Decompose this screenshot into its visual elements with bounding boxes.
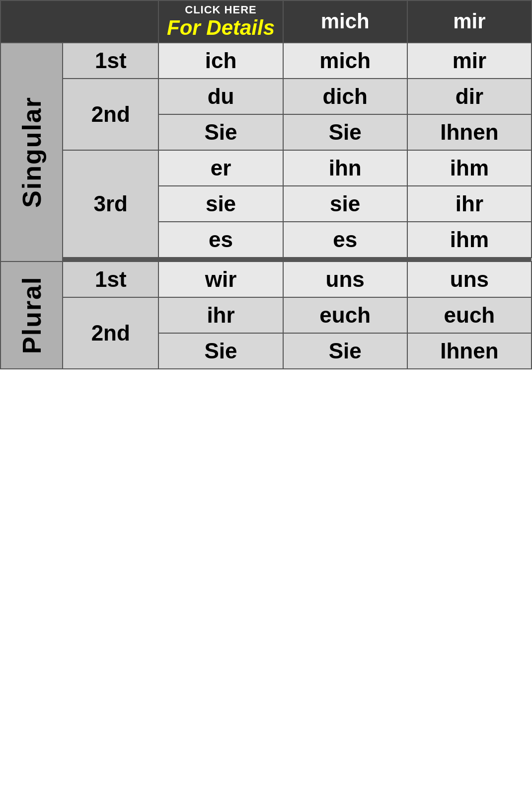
acc-Sie-plural-formal: Sie [283, 333, 407, 369]
for-details-text: For Details [161, 16, 280, 39]
person-1st: 1st [63, 43, 158, 79]
nom-ihr-plural: ihr [158, 297, 283, 333]
acc-mich: mich [283, 43, 407, 79]
acc-sie-3rd: sie [283, 186, 407, 222]
person-3rd: 3rd [63, 150, 158, 258]
divider-row [0, 258, 532, 262]
dat-euch: euch [407, 297, 532, 333]
person-2nd: 2nd [63, 79, 158, 150]
dat-uns: uns [407, 262, 532, 297]
header-row: CLICK HERE For Details mich mir [0, 0, 532, 43]
nom-wir: wir [158, 262, 283, 297]
acc-es: es [283, 222, 407, 258]
dat-mir: mir [407, 43, 532, 79]
dat-ihm-er: ihm [407, 150, 532, 186]
click-here-text: CLICK HERE [161, 3, 280, 16]
dat-Ihnen-plural: Ihnen [407, 333, 532, 369]
dat-ihm-es: ihm [407, 222, 532, 258]
acc-dich: dich [283, 79, 407, 114]
click-here-cell[interactable]: CLICK HERE For Details [158, 0, 283, 43]
nom-es: es [158, 222, 283, 258]
pronouns-table: CLICK HERE For Details mich mir Singular… [0, 0, 532, 369]
singular-3rd-er-row: 3rd er ihn ihm [0, 150, 532, 186]
acc-Sie-formal: Sie [283, 114, 407, 150]
nom-er: er [158, 150, 283, 186]
header-empty [0, 0, 158, 43]
singular-2nd-du-row: 2nd du dich dir [0, 79, 532, 114]
nom-Sie-plural-formal: Sie [158, 333, 283, 369]
nom-Sie-formal: Sie [158, 114, 283, 150]
acc-uns: uns [283, 262, 407, 297]
plural-person-2nd: 2nd [63, 297, 158, 369]
dat-dir: dir [407, 79, 532, 114]
header-mir: mir [407, 0, 532, 43]
plural-1st-row: Plural 1st wir uns uns [0, 262, 532, 297]
singular-label: Singular [0, 43, 63, 262]
dat-ihr-3rd: ihr [407, 186, 532, 222]
plural-2nd-ihr-row: 2nd ihr euch euch [0, 297, 532, 333]
nom-du: du [158, 79, 283, 114]
acc-ihn: ihn [283, 150, 407, 186]
singular-1st-row: Singular 1st ich mich mir [0, 43, 532, 79]
header-mich: mich [283, 0, 407, 43]
plural-label: Plural [0, 262, 63, 369]
nom-ich: ich [158, 43, 283, 79]
acc-euch: euch [283, 297, 407, 333]
nom-sie-3rd: sie [158, 186, 283, 222]
german-pronouns-table: CLICK HERE For Details mich mir Singular… [0, 0, 532, 369]
dat-Ihnen-formal: Ihnen [407, 114, 532, 150]
plural-person-1st: 1st [63, 262, 158, 297]
